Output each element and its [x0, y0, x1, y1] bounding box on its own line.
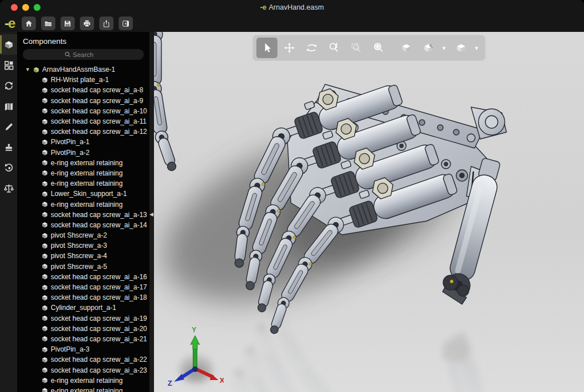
zoom-fit-tool-button[interactable]: [368, 38, 389, 58]
tree-item-label: RH-Wrist plate_a-1: [51, 76, 109, 84]
open-button[interactable]: [41, 17, 55, 30]
tree-item-label: pivot Shscrew_a-5: [51, 263, 107, 271]
tree-item[interactable]: socket head cap screw_ai_a-9: [17, 96, 149, 106]
part-icon: [41, 138, 48, 146]
tree-item[interactable]: socket head cap screw_ai_a-23: [17, 365, 149, 375]
part-icon: [41, 346, 48, 353]
orientation-dropdown-chevron[interactable]: ▾: [473, 38, 481, 58]
print-button[interactable]: [80, 17, 94, 30]
tree-item[interactable]: socket head cap screw_ai_a-21: [17, 334, 149, 344]
tree-item[interactable]: socket head cap screw_ai_a-10: [17, 106, 149, 116]
appearance-dropdown-chevron[interactable]: ▾: [440, 38, 448, 58]
tool-stamp[interactable]: [0, 137, 17, 157]
panel-collapse-handle[interactable]: ◀: [149, 209, 154, 219]
tree-item[interactable]: pivot Shscrew_a-2: [17, 230, 149, 240]
tree-item[interactable]: PivotPin_a-3: [17, 344, 149, 354]
tree-item[interactable]: pivot Shscrew_a-3: [17, 240, 149, 251]
tree-item-label: socket head cap screw_ai_a-18: [51, 293, 147, 301]
orientation-button[interactable]: [451, 38, 472, 58]
search-field[interactable]: [23, 49, 144, 60]
minimize-button[interactable]: [22, 4, 29, 11]
tool-views[interactable]: [0, 55, 17, 75]
tool-replay[interactable]: [0, 157, 17, 178]
main-toolbar: -e: [0, 15, 584, 32]
tree-item[interactable]: pivot Shscrew_a-5: [17, 262, 149, 272]
zoom-area-tool-button[interactable]: [346, 38, 367, 58]
tree-root[interactable]: ▼ ArnavHandAssmBase-1: [17, 64, 149, 75]
part-icon: [41, 118, 48, 125]
tree-item[interactable]: socket head cap screw_ai_a-11: [17, 116, 149, 126]
close-button[interactable]: [11, 4, 18, 11]
tree-item[interactable]: PivotPin_a-2: [17, 148, 149, 158]
tree-item[interactable]: socket head cap screw_ai_a-19: [17, 313, 149, 324]
content-area: Components ▼ ArnavHandAssmBase-1 RH-Wris…: [0, 32, 584, 392]
tree-item[interactable]: socket head cap screw_ai_a-8: [17, 85, 149, 95]
tree-item-label: e-ring external retaining: [51, 169, 123, 177]
part-icon: [41, 107, 48, 115]
part-icon: [41, 190, 48, 198]
part-icon: [41, 87, 48, 94]
zoom-button[interactable]: [34, 4, 40, 11]
tree-item[interactable]: e-ring external retaining: [17, 199, 149, 209]
tree-item-label: socket head cap screw_ai_a-23: [51, 366, 147, 374]
tree-item[interactable]: socket head cap screw_ai_a-20: [17, 324, 149, 334]
tree-item-label: e-ring external retaining: [51, 159, 123, 167]
tree-item-label: socket head cap screw_ai_a-21: [51, 335, 147, 343]
tree-item[interactable]: socket head cap screw_ai_a-18: [17, 292, 149, 303]
tool-move-component[interactable]: [0, 96, 17, 116]
tree-item[interactable]: Lower_Skin_support_a-1: [17, 189, 149, 199]
tool-measure[interactable]: [0, 178, 17, 198]
disclosure-triangle-icon[interactable]: ▼: [25, 67, 30, 72]
tree-item-label: PivotPin_a-2: [51, 149, 90, 157]
section-tool-button[interactable]: [396, 38, 417, 58]
layers-stack-icon: [3, 101, 14, 112]
zoom-tool-button[interactable]: [323, 38, 344, 58]
tool-reset[interactable]: [0, 75, 17, 96]
tree-item[interactable]: pivot Shscrew_a-4: [17, 251, 149, 261]
part-icon: [41, 263, 48, 270]
appearance-cube-icon: [422, 42, 435, 54]
share-button[interactable]: [99, 17, 113, 30]
grid-views-icon: [3, 60, 14, 71]
tree-item-label: socket head cap screw_ai_a-12: [51, 128, 147, 136]
tree-root-label: ArnavHandAssmBase-1: [42, 66, 115, 74]
tree-item[interactable]: PivotPin_a-1: [17, 137, 149, 147]
part-icon: [41, 97, 48, 104]
tree-item[interactable]: e-ring external retaining: [17, 168, 149, 178]
part-icon: [41, 325, 48, 332]
tree-item[interactable]: socket head cap screw_ai_a-16: [17, 272, 149, 282]
save-icon: [63, 19, 72, 28]
rotate-tool-button[interactable]: [301, 38, 322, 58]
components-icon: [3, 39, 14, 50]
tree-children: RH-Wrist plate_a-1 socket head cap screw…: [17, 75, 149, 392]
appearance-button[interactable]: [418, 38, 439, 58]
pan-tool-button[interactable]: [279, 38, 300, 58]
tool-components[interactable]: [0, 34, 17, 55]
tree-item[interactable]: e-ring external retaining: [17, 178, 149, 189]
tree-item[interactable]: RH-Wrist plate_a-1: [17, 75, 149, 85]
search-input[interactable]: [73, 51, 103, 58]
tree-item[interactable]: e-ring external retaining: [17, 158, 149, 168]
tree-item-label: socket head cap screw_ai_a-16: [51, 273, 147, 281]
tree-item[interactable]: socket head cap screw_ai_a-12: [17, 126, 149, 137]
select-tool-button[interactable]: [257, 38, 278, 58]
part-icon: [41, 356, 48, 364]
pencil-icon: [3, 121, 14, 132]
home-icon: [25, 19, 33, 28]
tree-item[interactable]: Cylinder_support_a-1: [17, 303, 149, 313]
tree-item[interactable]: socket head cap screw_ai_a-17: [17, 282, 149, 292]
tree-item-label: Cylinder_support_a-1: [51, 304, 116, 312]
toggle-panel-button[interactable]: [119, 17, 133, 30]
tree-item[interactable]: socket head cap screw_ai_a-13: [17, 210, 149, 220]
tree-item[interactable]: e-ring external retaining: [17, 386, 149, 392]
home-button[interactable]: [22, 17, 36, 30]
y-axis-label: Y: [192, 325, 197, 334]
share-icon: [102, 19, 111, 28]
tree-item[interactable]: e-ring external retaining: [17, 375, 149, 386]
tree-item[interactable]: socket head cap screw_ai_a-22: [17, 354, 149, 365]
save-button[interactable]: [60, 17, 75, 30]
part-icon: [41, 128, 48, 136]
tree-item[interactable]: socket head cap screw_ai_a-14: [17, 220, 149, 230]
viewport: ▾ ▾ Z X: [154, 32, 584, 392]
tool-markup[interactable]: [0, 116, 17, 137]
